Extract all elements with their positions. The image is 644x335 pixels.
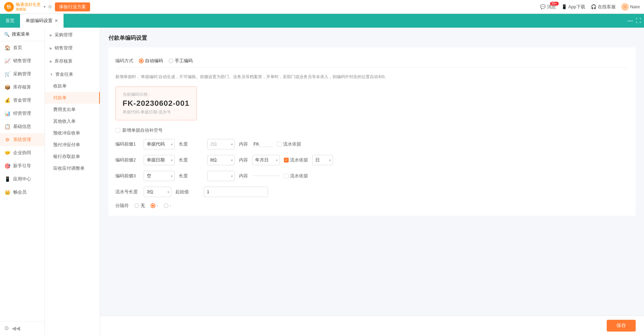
auto-fill-row: 新增单据自动补空号 — [115, 127, 629, 133]
basic-icon: 📋 — [4, 123, 10, 130]
sales-icon: 📈 — [4, 58, 10, 64]
prefix1-flow-label: 流水依据 — [283, 141, 301, 147]
prefix2-length-select[interactable]: 8位 — [207, 155, 235, 165]
manual-encode-option[interactable]: 手工编码 — [169, 58, 193, 64]
sub-group-inventory: ▶ 库存核算 — [45, 55, 100, 67]
prefix1-flow-group: 流水依据 — [277, 141, 301, 147]
brand: 畅 畅通道好生意 旗舰版 — [4, 2, 41, 12]
separator-none-option[interactable]: 无 — [134, 203, 145, 209]
sub-item-payment[interactable]: 付款单 — [45, 92, 100, 104]
encoding-method-label: 编码方式 — [115, 58, 133, 64]
sub-group-purchase: ▶ 采购管理 — [45, 29, 100, 41]
preview-label: 当前编码示例： — [123, 92, 190, 97]
serial-length-select[interactable]: 3位 4位 5位 — [144, 187, 171, 197]
sidebar-footer: ⚙ ◀◀ — [0, 321, 45, 335]
prefix2-select[interactable]: 单据日期 — [144, 155, 175, 165]
sub-item-advance-payable[interactable]: 预付冲应付单 — [45, 139, 100, 151]
sidebar-item-apps[interactable]: 📱 应用中心 — [0, 173, 45, 186]
app-download-button[interactable]: 📱 App下载 — [561, 4, 585, 10]
auto-fill-checkbox[interactable] — [115, 128, 120, 133]
settings-icon[interactable]: ⚙ — [48, 4, 52, 9]
sidebar-item-member[interactable]: 👑 畅会员 — [0, 186, 45, 199]
prefix2-length-label: 长度 — [179, 157, 203, 163]
prefix2-length-wrapper: 8位 ▾ — [207, 155, 235, 165]
prefix3-select-wrapper: 空 单据代码 单据日期 ▾ — [144, 171, 175, 181]
sidebar-item-basic[interactable]: 📋 基础信息 — [0, 120, 45, 133]
service-icon: 🎧 — [591, 4, 596, 9]
separator-label: 分隔符 — [115, 203, 129, 209]
separator-dash-radio[interactable] — [151, 203, 155, 208]
sub-group-finance-title[interactable]: ▼ 资金往来 — [45, 68, 100, 80]
serial-length-wrapper: 3位 4位 5位 ▾ — [144, 187, 171, 197]
separator-none-radio[interactable] — [134, 203, 139, 208]
tabbar-actions: — ⛶ — [627, 18, 644, 24]
sub-group-sales-title[interactable]: ▶ 销售管理 — [45, 42, 100, 54]
nav-expand-icon[interactable]: ▾ — [44, 4, 46, 9]
sub-item-receipt[interactable]: 收款单 — [45, 80, 100, 92]
sub-group-purchase-title[interactable]: ▶ 采购管理 — [45, 29, 100, 41]
tab-home[interactable]: 首页 — [0, 14, 20, 28]
prefix2-content-select[interactable]: 年月日 年月 年 — [252, 155, 280, 165]
preview-sub: 单据代码-单据日期-流水号 — [123, 109, 190, 115]
auto-encode-radio[interactable] — [139, 58, 144, 63]
minimize-button[interactable]: — — [627, 18, 633, 24]
sidebar-item-company[interactable]: 🤝 企业协同 — [0, 146, 45, 159]
sidebar-item-purchase[interactable]: 🛒 采购管理 — [0, 67, 45, 81]
topbar-nav: ▾ ⚙ — [44, 4, 52, 9]
prefix3-flow-checkbox[interactable] — [284, 174, 289, 178]
sidebar-item-operations[interactable]: 📊 经营管理 — [0, 107, 45, 120]
chevron-right-icon-3: ▶ — [50, 59, 52, 63]
serial-start-input[interactable] — [204, 187, 268, 197]
brand-icon: 畅 — [4, 2, 14, 12]
sub-item-advance-receivable[interactable]: 预收冲应收单 — [45, 127, 100, 139]
sub-item-bank[interactable]: 银行存取款单 — [45, 151, 100, 162]
maximize-button[interactable]: ⛶ — [636, 18, 641, 24]
manual-encode-radio[interactable] — [169, 58, 173, 63]
sidebar-item-sales[interactable]: 📈 销售管理 — [0, 54, 45, 67]
prefix3-length-wrapper: ▾ — [207, 171, 235, 181]
sidebar: 🔍 搜索菜单 🏠 首页 📈 销售管理 🛒 采购管理 📦 库存核算 💰 资金管理 … — [0, 28, 45, 335]
prefix1-length-select[interactable]: 2位 — [207, 139, 235, 149]
user-menu[interactable]: N Nare — [621, 3, 640, 11]
tab-close-icon[interactable]: ✕ — [55, 18, 58, 23]
member-icon: 👑 — [4, 189, 10, 195]
sidebar-item-finance[interactable]: 💰 资金管理 — [0, 94, 45, 107]
sidebar-item-guide[interactable]: 🎯 新手引导 — [0, 159, 45, 173]
footer-settings-icon[interactable]: ⚙ — [4, 325, 9, 332]
preview-box: 当前编码示例： FK-20230602-001 单据代码-单据日期-流水号 — [115, 86, 197, 120]
search-icon: 🔍 — [4, 32, 10, 37]
sub-item-expense[interactable]: 费用支出单 — [45, 104, 100, 115]
operations-icon: 📊 — [4, 110, 10, 117]
brand-text: 畅通道好生意 旗舰版 — [16, 2, 41, 11]
separator-dot-option[interactable]: · — [164, 203, 171, 208]
prefix1-flow-checkbox[interactable] — [277, 142, 282, 147]
sub-item-other-income[interactable]: 其他收入单 — [45, 115, 100, 127]
separator-dot-radio[interactable] — [164, 203, 169, 208]
main-layout: 🔍 搜索菜单 🏠 首页 📈 销售管理 🛒 采购管理 📦 库存核算 💰 资金管理 … — [0, 28, 644, 335]
sub-group-inventory-title[interactable]: ▶ 库存核算 — [45, 55, 100, 67]
message-button[interactable]: 💬 消息 99+ — [540, 4, 556, 10]
trial-button[interactable]: 体验行业方案 — [55, 2, 90, 11]
sidebar-item-home[interactable]: 🏠 首页 — [0, 41, 45, 54]
prefix2-flow-select[interactable]: 日 月 年 — [312, 155, 333, 165]
prefix3-select[interactable]: 空 单据代码 单据日期 — [144, 171, 175, 181]
prefix2-flow-checkbox[interactable] — [284, 158, 289, 162]
sidebar-item-system[interactable]: ⚙ 系统管理 — [0, 133, 45, 146]
save-button[interactable]: 保存 — [607, 320, 636, 332]
online-service-button[interactable]: 🎧 在线客服 — [591, 4, 616, 10]
sidebar-search[interactable]: 🔍 搜索菜单 — [0, 28, 45, 41]
auto-fill-label: 新增单据自动补空号 — [122, 127, 163, 133]
auto-encode-option[interactable]: 自动编码 — [139, 58, 163, 64]
inventory-icon: 📦 — [4, 84, 10, 90]
footer-collapse-icon[interactable]: ◀◀ — [12, 325, 20, 332]
prefix1-content-value: FK — [252, 141, 273, 147]
home-icon: 🏠 — [4, 45, 10, 51]
serial-row: 流水号长度 3位 4位 5位 ▾ 起始值 — [115, 187, 629, 197]
sidebar-item-inventory[interactable]: 📦 库存核算 — [0, 81, 45, 94]
prefix1-select[interactable]: 单据代码 空 — [144, 139, 175, 149]
tab-encoding[interactable]: 单据编码设置 ✕ — [20, 14, 64, 28]
sub-item-adjust[interactable]: 应收应付调整单 — [45, 162, 100, 174]
separator-dash-option[interactable]: · — [151, 203, 158, 208]
topbar-right: 💬 消息 99+ 📱 App下载 🎧 在线客服 N Nare — [540, 3, 640, 11]
prefix3-length-select[interactable] — [207, 171, 235, 181]
